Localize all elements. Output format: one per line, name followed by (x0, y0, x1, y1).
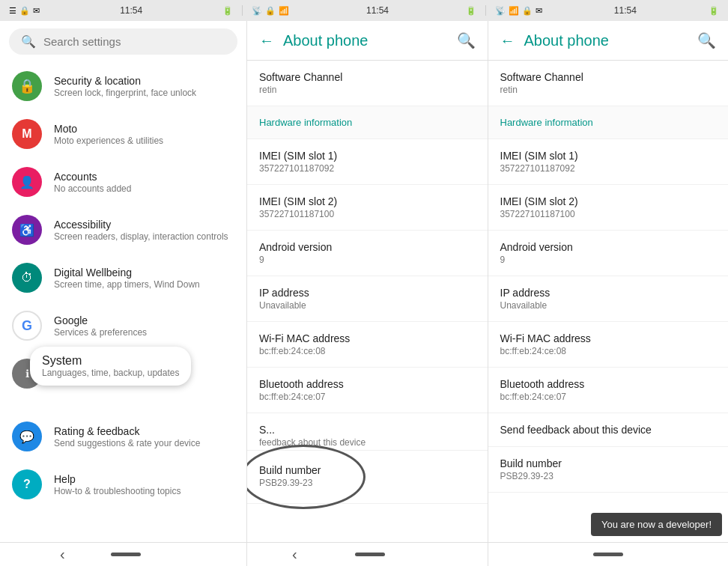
developer-toast: You are now a developer! (591, 513, 722, 536)
info-ip: IP address Unavailable (247, 276, 488, 322)
sidebar-item-moto[interactable]: M Moto Moto experiences & utilities (0, 110, 246, 158)
info-ip-title: IP address (259, 287, 476, 299)
info-sw-channel-value: retin (259, 85, 476, 95)
info-hw-title: Hardware information (259, 117, 476, 128)
status-section-mid: 📡 🔒 📶 11:54 🔋 (243, 5, 485, 16)
info-bt-addr: Bluetooth address bc:ff:eb:24:ce:07 (247, 368, 488, 413)
back-arrow-middle[interactable]: ← (259, 32, 274, 49)
sidebar-item-digital-wellbeing[interactable]: ⏱ Digital Wellbeing Screen time, app tim… (0, 254, 246, 302)
info-bt-addr-r: Bluetooth address bc:ff:eb:24:ce:07 (488, 368, 729, 413)
help-title: Help (54, 473, 234, 485)
info-feedback-r[interactable]: Send feedback about this device (488, 413, 729, 447)
info-wifi-mac-title-r: Wi-Fi MAC address (500, 332, 717, 344)
info-build-value: PSB29.39-23 (259, 478, 476, 488)
sidebar-item-accounts[interactable]: 👤 Accounts No accounts added (0, 158, 246, 206)
sidebar-item-rating[interactable]: 💬 Rating & feedback Send suggestions & r… (0, 413, 246, 460)
panel-content-right: Software Channel retin Hardware informat… (488, 61, 729, 542)
status-icons-right: 📡 📶 🔒 ✉ (495, 6, 542, 16)
accounts-text: Accounts No accounts added (54, 171, 234, 194)
back-arrow-right[interactable]: ← (500, 32, 515, 49)
battery-icon-left: 🔋 (222, 6, 233, 16)
status-icon-right-3: 🔒 (522, 6, 533, 16)
info-build-value-r: PSB29.39-23 (500, 471, 717, 481)
info-sw-channel-title: Software Channel (259, 71, 476, 83)
sidebar-item-accessibility[interactable]: ♿ Accessibility Screen readers, display,… (0, 206, 246, 254)
nav-back-left[interactable]: ‹ (60, 546, 65, 563)
main-content: 🔍 🔒 Security & location Screen lock, fin… (0, 21, 728, 566)
info-ip-title-r: IP address (500, 287, 717, 299)
system-bubble-title: System (42, 354, 179, 368)
info-bt-addr-value: bc:ff:eb:24:ce:07 (259, 392, 476, 402)
info-build-number[interactable]: Build number PSB29.39-23 (247, 451, 488, 504)
sidebar-item-security[interactable]: 🔒 Security & location Screen lock, finge… (0, 62, 246, 110)
google-title: Google (54, 314, 234, 326)
system-bubble-tooltip: System Languages, time, backup, updates (30, 347, 191, 386)
about-panel-middle: ← About phone 🔍 Software Channel retin H… (247, 21, 488, 566)
system-bubble-subtitle: Languages, time, backup, updates (42, 368, 179, 378)
status-icon-right-2: 📶 (509, 6, 519, 16)
status-icon-1: ☰ (9, 6, 16, 16)
search-bar[interactable]: 🔍 (9, 28, 237, 55)
info-feedback-value: feedback about this device (259, 437, 476, 448)
info-imei1-value: 357227101187092 (259, 163, 476, 174)
info-android-title: Android version (259, 241, 476, 253)
info-imei2-value-r: 357227101187100 (500, 209, 717, 219)
rating-text: Rating & feedback Send suggestions & rat… (54, 425, 234, 448)
nav-home-left[interactable] (111, 553, 141, 556)
sidebar-item-help[interactable]: ? Help How-to & troubleshooting topics (0, 460, 246, 508)
info-build-title: Build number (259, 464, 476, 476)
info-imei1-value-r: 357227101187092 (500, 163, 717, 174)
status-time-left: 11:54 (120, 5, 142, 16)
info-feedback[interactable]: S... feedback about this device (247, 413, 488, 451)
search-icon: 🔍 (21, 34, 36, 49)
sidebar-item-google[interactable]: G Google Services & preferences (0, 302, 246, 350)
google-subtitle: Services & preferences (54, 327, 234, 338)
info-bt-addr-title: Bluetooth address (259, 378, 476, 390)
info-wifi-mac-value: bc:ff:eb:24:ce:08 (259, 346, 476, 356)
accessibility-text: Accessibility Screen readers, display, i… (54, 219, 234, 242)
info-android: Android version 9 (247, 231, 488, 276)
panel-content-middle: Software Channel retin Hardware informat… (247, 61, 488, 542)
nav-bar-middle: ‹ (247, 542, 488, 566)
info-feedback-title-r: Send feedback about this device (500, 424, 717, 436)
status-icons-mid: 📡 🔒 📶 (252, 6, 289, 16)
search-input[interactable] (43, 35, 225, 48)
info-imei2-title-r: IMEI (SIM slot 2) (500, 195, 717, 207)
info-sw-channel-r: Software Channel retin (488, 61, 729, 106)
google-icon: G (12, 311, 42, 341)
settings-panel: 🔍 🔒 Security & location Screen lock, fin… (0, 21, 247, 566)
info-imei1-r: IMEI (SIM slot 1) 357227101187092 (488, 139, 729, 185)
info-wifi-mac-r: Wi-Fi MAC address bc:ff:eb:24:ce:08 (488, 322, 729, 368)
info-bt-addr-title-r: Bluetooth address (500, 378, 717, 390)
search-icon-middle[interactable]: 🔍 (457, 31, 476, 49)
nav-bar-left: ‹ (0, 542, 246, 566)
nav-back-mid[interactable]: ‹ (292, 546, 297, 563)
info-imei1: IMEI (SIM slot 1) 357227101187092 (247, 139, 488, 185)
info-build-title-r: Build number (500, 457, 717, 469)
nav-home-mid[interactable] (355, 553, 385, 556)
digital-wellbeing-subtitle: Screen time, app timers, Wind Down (54, 279, 234, 290)
accessibility-title: Accessibility (54, 219, 234, 231)
info-sw-channel-title-r: Software Channel (500, 71, 717, 83)
status-bar: ☰ 🔒 ✉ 11:54 🔋 📡 🔒 📶 11:54 🔋 📡 📶 🔒 ✉ 11:5… (0, 0, 728, 21)
accounts-subtitle: No accounts added (54, 183, 234, 194)
rating-icon: 💬 (12, 422, 42, 451)
search-icon-right[interactable]: 🔍 (697, 31, 716, 49)
status-time-mid: 11:54 (366, 5, 389, 16)
info-hw-title-r: Hardware information (500, 117, 717, 128)
info-hw-section-r: Hardware information (488, 106, 729, 139)
info-imei2-r: IMEI (SIM slot 2) 357227101187100 (488, 185, 729, 231)
rating-title: Rating & feedback (54, 425, 234, 437)
info-ip-value-r: Unavailable (500, 300, 717, 311)
nav-home-right[interactable] (593, 553, 623, 556)
info-imei1-title: IMEI (SIM slot 1) (259, 150, 476, 162)
info-android-title-r: Android version (500, 241, 717, 253)
moto-text: Moto Moto experiences & utilities (54, 123, 234, 146)
accounts-title: Accounts (54, 171, 234, 183)
info-sw-channel-value-r: retin (500, 85, 717, 95)
battery-icon-right: 🔋 (709, 6, 719, 16)
sidebar-item-system[interactable]: ℹ System Languages, time, backup, update… (0, 350, 246, 398)
info-build-number-r[interactable]: Build number PSB29.39-23 (488, 447, 729, 493)
status-icons-left: ☰ 🔒 ✉ (9, 6, 40, 16)
info-ip-r: IP address Unavailable (488, 276, 729, 322)
